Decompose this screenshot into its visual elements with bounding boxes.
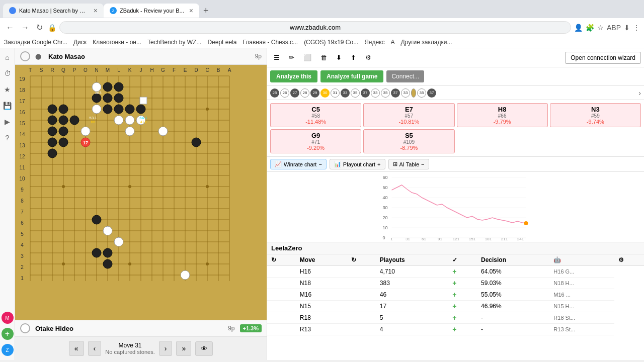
bookmark-5[interactable]: Главная - Chess.c... <box>243 39 298 46</box>
move-dot-8[interactable]: 35 <box>351 88 360 98</box>
table-row[interactable]: R13 4 + - R13 St... <box>267 324 644 335</box>
col-settings[interactable]: ⚙ <box>614 254 644 266</box>
ai-table[interactable]: ↻ Move ↻ Playouts ✓ Decision 🤖 ⚙ <box>267 254 644 360</box>
analyze-this-button[interactable]: Analyze this <box>270 70 317 82</box>
svg-text:151: 151 <box>469 237 476 240</box>
tab-kato[interactable]: Kato Masao | Search by Pl... × <box>3 4 104 18</box>
view-button[interactable]: 👁 <box>195 341 213 356</box>
move-dot-5[interactable]: 30 <box>320 88 330 98</box>
col-plus-header[interactable]: 🤖 <box>549 254 614 266</box>
table-row[interactable]: N18 383 + 59.03% N18 H... <box>267 278 644 289</box>
table-row[interactable]: M16 46 + 55.05% M16 ... <box>267 289 644 301</box>
download-icon: ⬇ <box>624 24 630 32</box>
bookmark-3[interactable]: TechBench by WZ... <box>147 39 201 46</box>
sidebar-icon-home[interactable]: ⌂ <box>3 52 13 62</box>
col-move[interactable]: Move <box>296 254 347 266</box>
move-dot-1[interactable]: 26 <box>280 88 289 98</box>
last-move-button[interactable]: » <box>176 341 191 356</box>
bookmark-1[interactable]: Диск <box>73 39 87 46</box>
bookmark-0[interactable]: Закладки Google Chr... <box>4 39 67 46</box>
move-dot-12[interactable]: 37 <box>391 88 400 98</box>
table-row[interactable]: N15 17 + 46.96% N15 H... <box>267 301 644 312</box>
tool-btn-3[interactable]: ⬜ <box>300 51 315 64</box>
refresh-button[interactable]: ↻ <box>34 22 45 33</box>
tool-btn-1[interactable]: ☰ <box>270 51 283 64</box>
move-dot-14[interactable]: 35 <box>417 88 426 98</box>
move-dot-4[interactable]: 29 <box>310 88 319 98</box>
move-dot-7[interactable]: 33 <box>341 88 350 98</box>
next-move-button[interactable]: › <box>159 341 173 356</box>
svg-point-116 <box>81 127 90 136</box>
table-row[interactable]: R18 5 + - R18 St... <box>267 312 644 324</box>
move-dot-3[interactable]: 28 <box>300 88 309 98</box>
sidebar-icon-help[interactable]: ? <box>3 133 13 143</box>
move-dot-9[interactable]: 37 <box>361 88 370 98</box>
suggestion-1[interactable]: E7 #57 -10.81% <box>363 103 454 127</box>
col-decision[interactable]: Decision <box>477 254 549 266</box>
svg-point-88 <box>114 94 123 103</box>
back-button[interactable]: ← <box>4 22 16 33</box>
go-board-container[interactable]: TSR QPO NML KJH GFE DCB A 191817 161514 … <box>15 65 267 320</box>
bookmark-7[interactable]: Яндекс <box>364 39 384 46</box>
connect-button[interactable]: Connect... <box>386 70 424 82</box>
go-board[interactable]: TSR QPO NML KJH GFE DCB A 191817 161514 … <box>15 65 262 311</box>
row-1-spacer <box>347 278 376 289</box>
move-dot-6[interactable]: 31 <box>331 88 340 98</box>
ai-table-minus-icon[interactable]: − <box>421 161 424 167</box>
move-dot-0[interactable]: 25 <box>270 88 279 98</box>
col-check[interactable]: ✓ <box>448 254 477 266</box>
profile-button[interactable]: Z <box>2 344 14 356</box>
winrate-chart-tab[interactable]: 📈 Winrate chart − <box>270 159 327 169</box>
move-dot-2[interactable]: 27 <box>290 88 299 98</box>
bookmark-8[interactable]: А <box>391 39 395 46</box>
suggestion-3[interactable]: N3 #59 -9.74% <box>550 103 641 127</box>
move-dot-10[interactable]: 33 <box>371 88 380 98</box>
user-avatar[interactable]: M <box>2 312 14 324</box>
table-row[interactable]: H16 4,710 + 64.05% H16 G... <box>267 266 644 278</box>
col-refresh[interactable]: ↻ <box>267 254 296 266</box>
tool-btn-2[interactable]: ✏ <box>285 51 298 64</box>
bookmark-2[interactable]: Клавогонки - он... <box>93 39 141 46</box>
svg-text:F: F <box>173 67 176 73</box>
svg-text:47k: 47k <box>140 120 147 124</box>
sidebar-icon-save[interactable]: 💾 <box>3 101 13 111</box>
col-refresh2[interactable]: ↻ <box>347 254 376 266</box>
scroll-right-icon[interactable]: › <box>638 89 641 97</box>
sidebar-icon-history[interactable]: ⏱ <box>3 68 13 78</box>
analyze-full-button[interactable]: Analyze full game <box>320 70 383 82</box>
sidebar-icon-bookmarks[interactable]: ★ <box>3 84 13 95</box>
first-move-button[interactable]: « <box>69 341 84 356</box>
tool-btn-6[interactable]: ⬆ <box>347 51 360 64</box>
tab-zbaduk[interactable]: Z ZBaduk - Review your B... × <box>104 4 199 18</box>
ai-table-tab[interactable]: ⊞ AI Table − <box>388 159 429 169</box>
svg-text:19: 19 <box>19 76 25 82</box>
new-tab-button[interactable]: + <box>199 6 213 16</box>
svg-text:241: 241 <box>517 237 524 240</box>
prev-move-button[interactable]: ‹ <box>88 341 102 356</box>
svg-text:H: H <box>150 67 153 73</box>
wizard-button[interactable]: Open connection wizard <box>565 52 641 64</box>
winrate-minus-icon[interactable]: − <box>318 161 321 167</box>
bookmark-9[interactable]: Другие закладки... <box>401 39 452 46</box>
bookmark-6[interactable]: (CGOS) 19x19 Co... <box>304 39 358 46</box>
move-dot-13[interactable]: 33 <box>401 88 410 98</box>
tab-close-zbaduk[interactable]: × <box>189 7 193 15</box>
move-dot-15[interactable]: 37 <box>427 88 436 98</box>
add-button[interactable]: + <box>2 328 14 340</box>
move-dot-11[interactable]: 35 <box>381 88 390 98</box>
address-bar[interactable] <box>59 21 571 34</box>
suggestion-4[interactable]: G9 #71 -9.20% <box>270 129 361 153</box>
tool-btn-4[interactable]: 🗑 <box>317 51 331 64</box>
suggestion-0[interactable]: C5 #58 -11.48% <box>270 103 361 127</box>
bookmark-4[interactable]: DeepLeela <box>207 39 236 46</box>
suggestion-2[interactable]: H8 #66 -9.79% <box>457 103 548 127</box>
playout-plus-icon[interactable]: + <box>377 161 380 167</box>
tab-close-kato[interactable]: × <box>94 7 98 15</box>
tool-btn-7[interactable]: ⚙ <box>362 51 375 64</box>
forward-button[interactable]: → <box>19 22 31 33</box>
sidebar-icon-play[interactable]: ▶ <box>3 117 13 127</box>
col-playouts[interactable]: Playouts <box>376 254 448 266</box>
suggestion-5[interactable]: S5 #109 -8.79% <box>363 129 454 153</box>
playout-chart-tab[interactable]: 📊 Playout chart + <box>330 159 385 169</box>
tool-btn-5[interactable]: ⬇ <box>333 51 345 64</box>
